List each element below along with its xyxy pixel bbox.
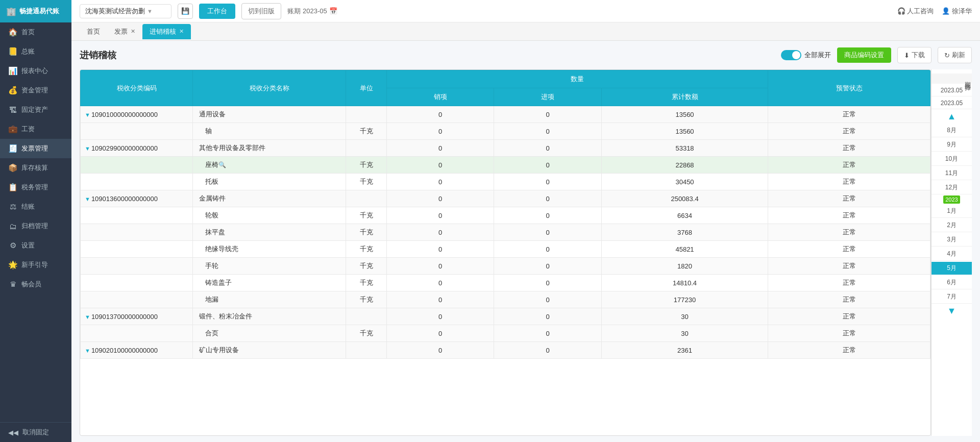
month-1[interactable]: 1月: [932, 205, 972, 218]
product-code-button[interactable]: 商品编码设置: [837, 47, 891, 63]
cell-unit: [346, 308, 387, 325]
month-5[interactable]: 5月: [932, 262, 972, 275]
cell-purchase: 0: [494, 190, 601, 207]
tab-invoice[interactable]: 发票 ✕: [107, 24, 142, 39]
sidebar-item-label: 固定资产: [21, 105, 48, 114]
sidebar-item-label: 新手引导: [21, 260, 48, 269]
sidebar-item-settlement[interactable]: ⚖ 结账: [0, 197, 71, 216]
cell-unit: [346, 190, 387, 207]
month-12[interactable]: 12月: [932, 181, 972, 194]
page-title: 进销稽核: [80, 49, 116, 61]
table-row: ▼109013700000000000 锻件、粉末冶金件 0 0 30 正常: [81, 308, 930, 325]
cell-cumulative: 45821: [601, 241, 768, 258]
month-11[interactable]: 11月: [932, 167, 972, 180]
sidebar-item-ledger[interactable]: 📒 总账: [0, 42, 71, 61]
search-icon[interactable]: 🔍: [218, 161, 226, 168]
col-unit: 单位: [346, 70, 387, 106]
cell-sales: 0: [387, 258, 494, 275]
cell-purchase: 0: [494, 157, 601, 174]
expand-toggle-label: 全部展开: [804, 51, 831, 60]
tab-reconcile-close[interactable]: ✕: [179, 28, 184, 35]
expand-toggle[interactable]: [781, 50, 801, 60]
sidebar-item-member[interactable]: ♛ 畅会员: [0, 275, 71, 294]
sidebar-item-home[interactable]: 🏠 首页: [0, 22, 71, 42]
cell-status: 正常: [768, 224, 930, 241]
data-table[interactable]: 税收分类编码 税收分类名称 单位 数量 预警状态 销项 进项 累计数额: [80, 69, 931, 436]
page-actions: 全部展开 商品编码设置 ⬇ 下载 ↻ 刷新: [781, 47, 972, 63]
cell-cumulative: 14810.4: [601, 275, 768, 291]
table-row: 绝缘导线壳 千克 0 0 45821 正常: [81, 241, 930, 258]
tab-invoice-close[interactable]: ✕: [131, 28, 135, 35]
cell-sales: 0: [387, 157, 494, 174]
col-cumulative: 累计数额: [601, 88, 768, 106]
cell-unit: 千克: [346, 224, 387, 241]
period-panel-title: 期间选择: [932, 73, 972, 84]
save-icon: 💾: [181, 7, 189, 15]
refresh-button[interactable]: ↻ 刷新: [938, 47, 972, 63]
month-4[interactable]: 4月: [932, 248, 972, 261]
col-tax-code: 税收分类编码: [81, 70, 193, 106]
app-name: 畅捷通易代账: [19, 7, 59, 16]
company-selector[interactable]: 沈海英测试经营勿删 ▼: [80, 4, 172, 18]
page-header: 进销稽核 全部展开 商品编码设置 ⬇ 下载 ↻ 刷新: [80, 47, 972, 63]
cell-cumulative: 30: [601, 308, 768, 325]
main-area: 沈海英测试经营勿删 ▼ 💾 工作台 切到旧版 账期 2023-05 📅 🎧 人工…: [71, 0, 980, 442]
table-header-row-1: 税收分类编码 税收分类名称 单位 数量 预警状态: [81, 70, 930, 88]
month-9[interactable]: 9月: [932, 138, 972, 152]
company-name: 沈海英测试经营勿删: [85, 7, 145, 16]
inventory-icon: 📦: [8, 163, 17, 173]
sidebar-item-archive[interactable]: 🗂 归档管理: [0, 216, 71, 236]
table-body: ▼109010000000000000 通用设备 0 0 13560 正常 轴 …: [81, 106, 930, 359]
support-label[interactable]: 🎧 人工咨询: [897, 7, 934, 16]
settlement-icon: ⚖: [8, 202, 17, 211]
month-8[interactable]: 8月: [932, 124, 972, 137]
sidebar-item-guide[interactable]: 🌟 新手引导: [0, 255, 71, 275]
oldversion-button[interactable]: 切到旧版: [241, 3, 281, 19]
sidebar-item-inventory[interactable]: 📦 库存核算: [0, 158, 71, 178]
cell-code: [81, 325, 193, 342]
sidebar-item-reports[interactable]: 📊 报表中心: [0, 61, 71, 81]
sidebar-item-salary[interactable]: 💼 工资: [0, 119, 71, 139]
cell-unit: 千克: [346, 174, 387, 190]
cell-sales: 0: [387, 308, 494, 325]
workspace-button[interactable]: 工作台: [199, 4, 235, 19]
month-6[interactable]: 6月: [932, 276, 972, 289]
month-10[interactable]: 10月: [932, 153, 972, 166]
cell-status: 正常: [768, 106, 930, 123]
cell-code: [81, 241, 193, 258]
cell-purchase: 0: [494, 241, 601, 258]
month-3[interactable]: 3月: [932, 233, 972, 247]
cell-sales: 0: [387, 291, 494, 308]
period-selector[interactable]: 账期 2023-05 📅: [287, 7, 337, 16]
download-button[interactable]: ⬇ 下载: [897, 47, 932, 63]
cell-purchase: 0: [494, 207, 601, 224]
cell-sales: 0: [387, 241, 494, 258]
month-2[interactable]: 2月: [932, 219, 972, 232]
cell-code: ▼109020100000000000: [81, 342, 193, 359]
cell-code: [81, 207, 193, 224]
cell-unit: 千克: [346, 325, 387, 342]
nav-up-arrow[interactable]: ▲: [946, 110, 958, 123]
cell-name: 绝缘导线壳: [193, 241, 346, 258]
cell-cumulative: 177230: [601, 291, 768, 308]
cell-status: 正常: [768, 174, 930, 190]
sidebar-item-tax[interactable]: 📋 税务管理: [0, 178, 71, 197]
cell-status: 正常: [768, 140, 930, 157]
sidebar-item-invoice[interactable]: 🧾 发票管理: [0, 139, 71, 158]
period-2023-05-1[interactable]: 2023.05: [932, 85, 972, 96]
nav-down-arrow[interactable]: ▼: [946, 305, 958, 317]
sidebar-item-funds[interactable]: 💰 资金管理: [0, 81, 71, 100]
tab-reconcile[interactable]: 进销稽核 ✕: [142, 24, 191, 39]
sidebar-item-label: 结账: [21, 202, 35, 211]
sidebar-item-assets[interactable]: 🏗 固定资产: [0, 100, 71, 119]
cell-name: 地漏: [193, 291, 346, 308]
month-7[interactable]: 7月: [932, 290, 972, 304]
save-button[interactable]: 💾: [178, 4, 193, 19]
tab-home[interactable]: 首页: [80, 24, 107, 39]
cell-unit: [346, 106, 387, 123]
cell-sales: 0: [387, 190, 494, 207]
period-2023-05-2[interactable]: 2023.05: [932, 97, 972, 109]
unpin-button[interactable]: ◀◀ 取消固定: [0, 423, 71, 442]
sidebar-item-settings[interactable]: ⚙ 设置: [0, 236, 71, 255]
col-purchase: 进项: [494, 88, 601, 106]
